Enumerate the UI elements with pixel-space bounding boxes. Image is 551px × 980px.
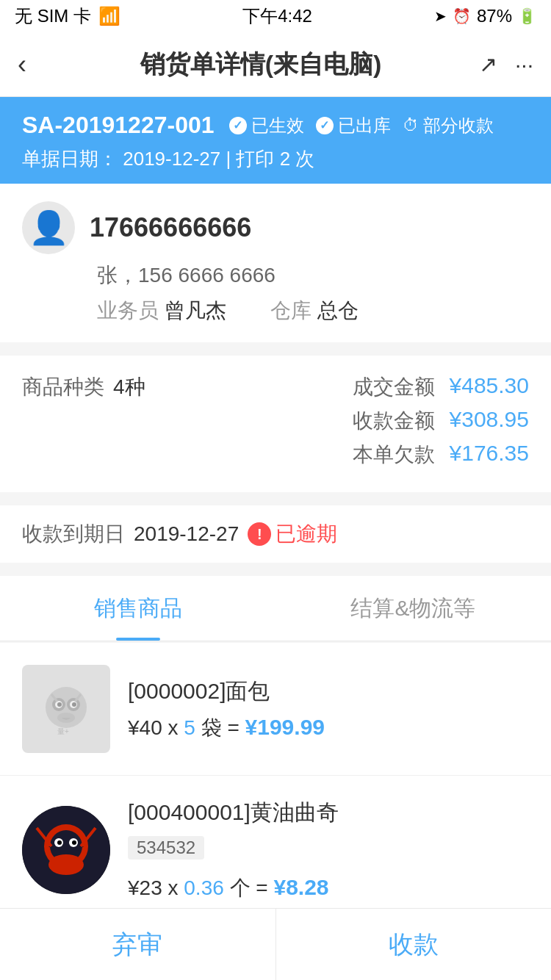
svg-point-6 [72, 702, 76, 707]
product-name-text-cookie: 黄油曲奇 [251, 800, 339, 824]
owed-value: ¥176.35 [450, 441, 529, 469]
cookie-multiply: x [168, 876, 184, 899]
nav-actions: ↗ ··· [460, 51, 533, 77]
separator: | [226, 148, 236, 170]
bread-multiply: x [168, 716, 184, 739]
customer-meta: 业务员 曾凡杰 仓库 总仓 [97, 297, 529, 325]
product-price-cookie: ¥23 x 0.36 个 = ¥8.28 [128, 874, 529, 902]
date-label: 单据日期： [22, 148, 118, 170]
cookie-qty: 0.36 [184, 876, 224, 899]
svg-point-5 [57, 702, 62, 707]
owl-logo: 量+ [37, 680, 96, 738]
status-time: 下午4:42 [242, 4, 312, 28]
svg-point-12 [48, 854, 84, 875]
more-button[interactable]: ··· [515, 52, 533, 77]
product-item-2: [000400001]黄油曲奇 534532 ¥23 x 0.36 个 = ¥8… [0, 776, 551, 925]
products-section: 量+ [0000002]面包 ¥40 x 5 袋 = ¥199.99 [0, 643, 551, 925]
badge-effective-label: 已生效 [251, 114, 304, 137]
print-count-value: 2 [280, 148, 290, 170]
badge-shipped-label: 已出库 [338, 114, 391, 137]
ninja-logo [22, 806, 110, 894]
amount-label: 成交金额 [353, 373, 435, 401]
battery-text: 87% [477, 6, 512, 26]
received-label: 收款金额 [353, 407, 435, 435]
warehouse: 仓库 总仓 [270, 297, 359, 325]
status-bar: 无 SIM 卡 📶 下午4:42 ➤ ⏰ 87% 🔋 [0, 0, 551, 32]
confirm-button[interactable]: 收款 [276, 909, 552, 980]
bread-equals: = [227, 716, 245, 739]
sales-person-value: 曾凡杰 [165, 297, 226, 325]
product-type-row: 商品种类 4种 [22, 373, 145, 401]
carrier-text: 无 SIM 卡 [15, 4, 91, 28]
bread-price: ¥40 [128, 716, 162, 739]
location-icon: ➤ [434, 7, 447, 25]
nav-bar: ‹ 销货单详情(来自电脑) ↗ ··· [0, 32, 551, 97]
badge-shipped: ✓ 已出库 [316, 114, 391, 137]
order-date-value: 2019-12-27 [123, 148, 220, 170]
sales-person: 业务员 曾凡杰 [97, 297, 226, 325]
customer-row: 👤 17666666666 [22, 201, 529, 254]
alarm-icon: ⏰ [453, 7, 471, 25]
page-title: 销货单详情(来自电脑) [62, 48, 460, 82]
svg-point-16 [72, 840, 76, 845]
person-icon: 👤 [29, 209, 69, 247]
cookie-equals: = [256, 876, 273, 899]
overdue-badge: ! 已逾期 [248, 520, 337, 548]
overdue-icon: ! [248, 522, 271, 546]
order-banner: SA-20191227-001 ✓ 已生效 ✓ 已出库 ⏱ 部分收款 单据日期：… [0, 97, 551, 184]
clock-icon: ⏱ [403, 116, 419, 135]
battery-icon: 🔋 [518, 7, 536, 25]
product-name-text-bread: 面包 [226, 679, 270, 703]
received-row: 收款金额 ¥308.95 [353, 407, 529, 435]
status-right: ➤ ⏰ 87% 🔋 [434, 6, 536, 26]
warehouse-label: 仓库 [270, 297, 311, 325]
bread-unit: 袋 [201, 716, 222, 739]
status-left: 无 SIM 卡 📶 [15, 4, 120, 28]
avatar: 👤 [22, 201, 75, 254]
summary-section: 商品种类 4种 成交金额 ¥485.30 收款金额 ¥308.95 本单欠款 ¥… [0, 356, 551, 492]
separator-1 [0, 344, 551, 356]
customer-section: 👤 17666666666 张，156 6666 6666 业务员 曾凡杰 仓库… [0, 184, 551, 342]
cookie-unit: 个 [230, 876, 251, 899]
due-date-value: 2019-12-27 [134, 522, 239, 546]
separator-2 [0, 494, 551, 505]
share-button[interactable]: ↗ [479, 51, 497, 77]
product-name-bread: [0000002]面包 [128, 677, 529, 707]
customer-contact: 张，156 6666 6666 [97, 262, 529, 289]
svg-point-15 [57, 840, 62, 845]
tab-settlement-label: 结算&物流等 [350, 594, 475, 624]
order-number: SA-20191227-001 [22, 112, 215, 139]
product-thumb-bread: 量+ [22, 665, 110, 753]
product-name-cookie: [000400001]黄油曲奇 [128, 798, 529, 828]
print-label: 打印 [236, 148, 274, 170]
sales-label: 业务员 [97, 297, 159, 325]
due-label: 收款到期日 [22, 520, 125, 548]
order-badges: ✓ 已生效 ✓ 已出库 ⏱ 部分收款 [229, 114, 494, 137]
badge-partial-label: 部分收款 [423, 114, 494, 137]
due-section: 收款到期日 2019-12-27 ! 已逾期 [0, 505, 551, 563]
product-item: 量+ [0000002]面包 ¥40 x 5 袋 = ¥199.99 [0, 643, 551, 776]
amount-value: ¥485.30 [450, 373, 529, 401]
tab-underline [116, 638, 160, 641]
order-date-row: 单据日期： 2019-12-27 | 打印 2 次 [22, 146, 529, 172]
product-type-value: 4种 [113, 373, 145, 401]
cookie-total: ¥8.28 [273, 875, 328, 899]
overdue-text: 已逾期 [276, 520, 337, 548]
cancel-button[interactable]: 弃审 [0, 909, 276, 980]
print-unit-text: 次 [295, 148, 314, 170]
back-button[interactable]: ‹ [18, 49, 62, 80]
owed-label: 本单欠款 [353, 441, 435, 469]
product-info-cookie: [000400001]黄油曲奇 534532 ¥23 x 0.36 个 = ¥8… [128, 798, 529, 902]
product-price-bread: ¥40 x 5 袋 = ¥199.99 [128, 714, 529, 742]
check-icon-2: ✓ [316, 117, 334, 134]
warehouse-value: 总仓 [317, 297, 359, 325]
product-sku: 534532 [128, 836, 204, 860]
tab-settlement[interactable]: 结算&物流等 [276, 576, 551, 641]
tab-sales-label: 销售商品 [94, 594, 182, 624]
product-code-bread: [0000002] [128, 679, 226, 703]
bread-qty: 5 [184, 716, 195, 739]
wifi-icon: 📶 [98, 6, 120, 26]
owed-row: 本单欠款 ¥176.35 [353, 441, 529, 469]
svg-text:量+: 量+ [57, 727, 69, 735]
tab-sales-products[interactable]: 销售商品 [0, 576, 276, 641]
